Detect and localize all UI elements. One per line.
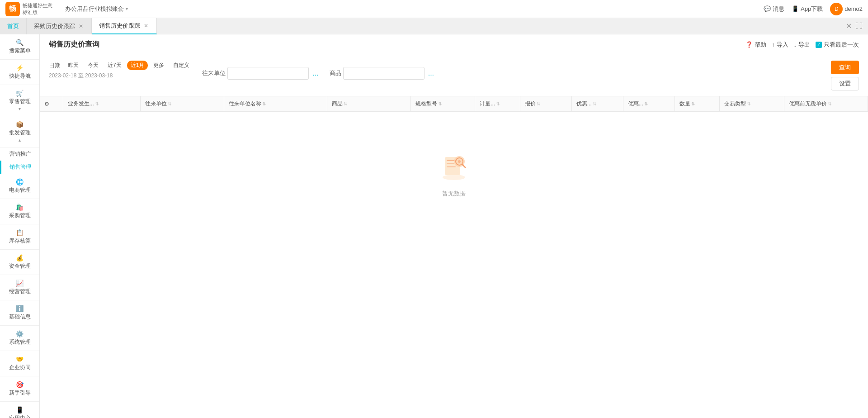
app-title-area[interactable]: 办公用品行业模拟账套 ▾ — [65, 5, 128, 13]
date-filter-row: 日期 昨天 今天 近7天 近1月 更多 自定义 — [49, 61, 193, 70]
setting-button[interactable]: 设置 — [831, 77, 859, 90]
sidebar-item-system-mgmt[interactable]: ⚙️ 系统管理 — [0, 326, 39, 351]
sort-counterparty-name-icon: ⇅ — [262, 101, 266, 106]
message-btn[interactable]: 💬 消息 — [764, 5, 784, 13]
col-unit[interactable]: 计量...⇅ — [475, 96, 520, 112]
col-product[interactable]: 商品⇅ — [327, 96, 410, 112]
counterparty-input[interactable] — [227, 67, 309, 80]
sidebar-item-search-menu[interactable]: 🔍 搜索菜单 — [0, 34, 39, 60]
sidebar-label-new-guide: 新手引导 — [9, 389, 31, 397]
col-quantity[interactable]: 数量⇅ — [675, 96, 720, 112]
counterparty-label: 往来单位 — [202, 69, 226, 77]
maximize-icon[interactable]: ⛶ — [855, 22, 863, 30]
user-menu-btn[interactable]: D demo2 — [830, 3, 863, 15]
sidebar-label-wholesale-mgmt: 批发管理 — [9, 129, 31, 137]
product-input[interactable] — [343, 67, 425, 80]
import-icon: ↑ — [772, 41, 775, 48]
sidebar-item-retail-mgmt[interactable]: 🛒 零售管理 ▾ — [0, 85, 39, 116]
sort-pre-tax-price-icon: ⇅ — [828, 101, 831, 106]
tab-purchase-history[interactable]: 采购历史价跟踪 ✕ — [27, 18, 92, 34]
only-last-checkbox-label[interactable]: ✓ 只看最后一次 — [816, 41, 859, 49]
col-discount1[interactable]: 优惠...⇅ — [571, 96, 623, 112]
export-icon: ↓ — [794, 41, 797, 48]
sidebar-item-app-center[interactable]: 📱 应用中心 — [0, 402, 39, 418]
logo-icon: 畅 — [5, 2, 20, 16]
sidebar-item-wholesale-mgmt[interactable]: 📦 批发管理 ▴ — [0, 116, 39, 147]
close-all-icon[interactable]: ✕ — [846, 22, 852, 30]
sidebar-item-enterprise-coop[interactable]: 🤝 企业协同 — [0, 351, 39, 376]
help-btn[interactable]: ❓ 帮助 — [745, 41, 766, 49]
date-btn-7days[interactable]: 近7天 — [104, 61, 125, 70]
app-title: 办公用品行业模拟账套 — [65, 5, 124, 13]
sidebar-item-sales-mgmt[interactable]: 销售管理 — [0, 161, 39, 174]
col-discount2[interactable]: 优惠...⇅ — [623, 96, 675, 112]
retail-arrow-icon: ▾ — [19, 106, 21, 111]
purchase-history-tab-label: 采购历史价跟踪 — [34, 22, 75, 30]
quick-nav-icon: ⚡ — [16, 64, 24, 71]
date-btn-1month[interactable]: 近1月 — [127, 61, 148, 70]
filter-main-row: 日期 昨天 今天 近7天 近1月 更多 自定义 2023-02-18 至 202… — [49, 61, 822, 80]
finance-icon: 💰 — [16, 254, 24, 261]
date-range-text: 2023-02-18 至 2023-03-18 — [49, 72, 113, 79]
wholesale-mgmt-icon: 📦 — [16, 121, 24, 128]
wholesale-arrow-icon: ▴ — [19, 138, 21, 142]
col-counterparty-name[interactable]: 往来单位名称⇅ — [224, 96, 327, 112]
col-counterparty[interactable]: 往来单位⇅ — [140, 96, 224, 112]
empty-state-text: 暂无数据 — [442, 190, 466, 198]
date-btn-custom[interactable]: 自定义 — [170, 61, 193, 70]
counterparty-dots-btn[interactable]: ... — [311, 69, 320, 77]
sidebar-item-quick-nav[interactable]: ⚡ 快捷导航 — [0, 60, 39, 85]
table-body: 暂无数据 — [40, 112, 868, 234]
sort-discount2-icon: ⇅ — [644, 101, 648, 106]
tab-sales-history[interactable]: 销售历史价跟踪 ✕ — [92, 18, 157, 34]
date-btn-yesterday[interactable]: 昨天 — [64, 61, 82, 70]
col-biz-date[interactable]: 业务发生...⇅ — [63, 96, 140, 112]
settings-icon[interactable]: ⚙ — [44, 101, 49, 107]
sort-trade-type-icon: ⇅ — [747, 101, 750, 106]
table-container: ⚙ 业务发生...⇅ 往来单位⇅ 往来单位名称⇅ 商品⇅ — [40, 96, 868, 418]
sidebar-item-marketing[interactable]: 营销推广 — [0, 147, 39, 161]
sidebar-item-inventory[interactable]: 📋 库存核算 — [0, 224, 39, 250]
app-download-btn[interactable]: 📱 App下载 — [792, 5, 823, 13]
sidebar-item-basic-info[interactable]: ℹ️ 基础信息 — [0, 300, 39, 326]
sidebar-item-purchase-mgmt[interactable]: 🛍️ 采购管理 — [0, 199, 39, 224]
sales-history-close-icon[interactable]: ✕ — [143, 23, 149, 29]
col-pre-tax-price[interactable]: 优惠前无税单价⇅ — [784, 96, 868, 112]
app-dropdown-icon[interactable]: ▾ — [126, 6, 128, 11]
enterprise-coop-icon: 🤝 — [16, 356, 24, 363]
sidebar-label-basic-info: 基础信息 — [9, 313, 31, 321]
col-spec[interactable]: 规格型号⇅ — [410, 96, 475, 112]
product-dots-btn[interactable]: ... — [426, 69, 436, 77]
logo-text: 畅捷通好生意 标准版 — [23, 2, 52, 15]
sidebar-item-operations[interactable]: 📈 经营管理 — [0, 275, 39, 300]
sidebar-item-ecommerce-mgmt[interactable]: 🌐 电商管理 — [0, 174, 39, 199]
sidebar-item-finance[interactable]: 💰 资金管理 — [0, 250, 39, 275]
col-quoted-price[interactable]: 报价⇅ — [520, 96, 571, 112]
sort-product-icon: ⇅ — [344, 101, 347, 106]
date-filter-label: 日期 — [49, 62, 61, 70]
query-button[interactable]: 查询 — [831, 61, 859, 74]
logo-area: 畅 畅捷通好生意 标准版 — [5, 2, 52, 16]
system-mgmt-icon: ⚙️ — [16, 330, 24, 337]
page-title: 销售历史价查询 — [49, 40, 99, 49]
import-btn[interactable]: ↑ 导入 — [772, 41, 788, 49]
col-trade-type[interactable]: 交易类型⇅ — [720, 96, 784, 112]
col-settings[interactable]: ⚙ — [40, 96, 63, 112]
sidebar-label-app-center: 应用中心 — [9, 414, 31, 418]
sidebar-item-new-guide[interactable]: 🎯 新手引导 — [0, 376, 39, 402]
purchase-icon: 🛍️ — [16, 204, 24, 211]
sort-discount1-icon: ⇅ — [593, 101, 596, 106]
date-btn-today[interactable]: 今天 — [84, 61, 102, 70]
export-btn[interactable]: ↓ 导出 — [794, 41, 811, 49]
retail-mgmt-icon: 🛒 — [16, 90, 24, 97]
sidebar-label-system-mgmt: 系统管理 — [9, 338, 31, 346]
tab-home[interactable]: 首页 — [0, 18, 27, 34]
only-last-checkbox[interactable]: ✓ — [816, 42, 822, 48]
sidebar-label-search-menu: 搜索菜单 — [9, 47, 31, 55]
sidebar-label-sales-mgmt: 销售管理 — [9, 164, 31, 170]
main-layout: 🔍 搜索菜单 ⚡ 快捷导航 🛒 零售管理 ▾ 📦 批发管理 ▴ 营销推广 销售管… — [0, 34, 868, 418]
topbar: 畅 畅捷通好生意 标准版 办公用品行业模拟账套 ▾ 💬 消息 📱 App下载 D… — [0, 0, 868, 18]
date-btn-more[interactable]: 更多 — [150, 61, 168, 70]
filter-area: 日期 昨天 今天 近7天 近1月 更多 自定义 2023-02-18 至 202… — [40, 55, 868, 96]
purchase-history-close-icon[interactable]: ✕ — [78, 23, 84, 29]
